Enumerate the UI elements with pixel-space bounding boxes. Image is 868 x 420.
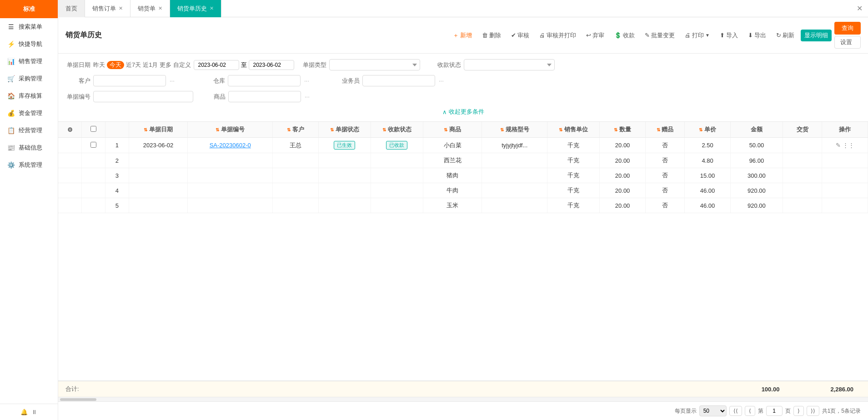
- th-doc-status[interactable]: ⇅ 单据状态: [318, 122, 371, 138]
- batch-change-button[interactable]: ✎ 批量变更: [641, 30, 678, 41]
- docno-input[interactable]: [93, 91, 193, 102]
- salesperson-dots[interactable]: ···: [439, 77, 444, 84]
- th-checkbox[interactable]: [82, 122, 105, 138]
- page-size-select[interactable]: 50 100: [699, 405, 727, 416]
- delete-button[interactable]: 🗑 删除: [478, 30, 505, 41]
- shortcut-1month[interactable]: 近1月: [143, 61, 158, 69]
- tab-close-all[interactable]: ✕: [851, 4, 868, 13]
- td-quantity: 20.00: [600, 168, 646, 183]
- td-checkbox[interactable]: [82, 138, 105, 153]
- page-prev-button[interactable]: ⟨: [745, 406, 755, 416]
- th-settings[interactable]: ⚙: [58, 122, 82, 138]
- collect-button[interactable]: 💲 收款: [611, 30, 638, 41]
- customer-dots[interactable]: ···: [170, 77, 175, 84]
- th-goods[interactable]: ⇅ 商品: [423, 122, 482, 138]
- th-unit-price[interactable]: ⇅ 单价: [685, 122, 731, 138]
- collapse-chevron-icon: ∧: [442, 109, 447, 115]
- th-customer[interactable]: ⇅ 客户: [273, 122, 319, 138]
- audit-print-button[interactable]: 🖨 审核并打印: [536, 30, 580, 41]
- select-all-checkbox[interactable]: [90, 126, 96, 132]
- export-button[interactable]: ⬇ 导出: [744, 30, 770, 41]
- shortcut-more[interactable]: 更多: [160, 61, 171, 69]
- th-doc-date[interactable]: ⇅ 单据日期: [129, 122, 187, 138]
- warehouse-input[interactable]: [228, 75, 301, 86]
- horizontal-scrollbar[interactable]: [58, 397, 868, 401]
- page-next-button[interactable]: ⟩: [793, 406, 804, 416]
- shortcut-custom[interactable]: 自定义: [173, 61, 191, 69]
- tab-sales-goods[interactable]: 销货单 ✕: [130, 0, 170, 17]
- goods-input[interactable]: [228, 91, 301, 102]
- collapse-button[interactable]: ∧ 收起更多条件: [65, 108, 861, 116]
- td-doc-no[interactable]: [188, 183, 273, 198]
- print-icon: 🖨: [685, 32, 691, 39]
- page-number-input[interactable]: [766, 406, 783, 416]
- tab-sales-goods-history-close[interactable]: ✕: [210, 5, 214, 11]
- doc-type-select[interactable]: [329, 59, 420, 70]
- tab-sales-order[interactable]: 销售订单 ✕: [85, 0, 130, 17]
- show-detail-button[interactable]: 显示明细: [801, 30, 832, 41]
- sidebar-item-sales-mgmt[interactable]: 📊 销售管理: [0, 53, 58, 70]
- print-button[interactable]: 🖨 打印 ▼: [681, 30, 713, 41]
- date-from-input[interactable]: [194, 60, 239, 70]
- total-info: 共1页，5条记录: [822, 407, 861, 415]
- customer-input[interactable]: [93, 75, 166, 86]
- sidebar-item-purchase-mgmt[interactable]: 🛒 采购管理: [0, 70, 58, 87]
- sidebar-item-sys-mgmt[interactable]: ⚙️ 系统管理: [0, 156, 58, 174]
- tab-sales-goods-history[interactable]: 销货单历史 ✕: [170, 0, 221, 17]
- shortcut-today[interactable]: 今天: [107, 61, 124, 69]
- abandon-button[interactable]: ↩ 弃审: [582, 30, 608, 41]
- collect-status-select[interactable]: [464, 59, 555, 70]
- shortcut-7days[interactable]: 近7天: [126, 61, 141, 69]
- td-checkbox[interactable]: [82, 183, 105, 198]
- shortcut-yesterday[interactable]: 昨天: [93, 61, 105, 69]
- td-checkbox[interactable]: [82, 168, 105, 183]
- doc-no-link[interactable]: SA-20230602-0: [210, 142, 251, 149]
- td-action: [822, 168, 868, 183]
- page-last-button[interactable]: ⟩⟩: [807, 406, 819, 416]
- td-doc-no[interactable]: SA-20230602-0: [188, 138, 273, 153]
- sidebar-item-finance-mgmt[interactable]: 💰 资金管理: [0, 105, 58, 122]
- sidebar-item-basic-info[interactable]: 📰 基础信息: [0, 139, 58, 156]
- row-checkbox[interactable]: [90, 142, 96, 148]
- th-spec-type[interactable]: ⇅ 规格型号: [482, 122, 547, 138]
- more-action-icon[interactable]: ⋮⋮: [843, 142, 854, 149]
- delete-icon: 🗑: [482, 32, 488, 39]
- table-row: 4 牛肉 千克 20.00 否 46.00 920.00: [58, 183, 868, 198]
- tab-sales-order-close[interactable]: ✕: [119, 5, 123, 11]
- edit-action-icon[interactable]: ✎: [836, 142, 841, 149]
- scrollbar-thumb[interactable]: [60, 398, 96, 401]
- sidebar-item-ops-mgmt[interactable]: 📋 经营管理: [0, 122, 58, 139]
- goods-dots[interactable]: ···: [305, 93, 310, 100]
- query-button[interactable]: 查询: [834, 22, 861, 35]
- th-doc-no[interactable]: ⇅ 单据编号: [188, 122, 273, 138]
- td-doc-no[interactable]: [188, 198, 273, 213]
- sidebar-item-inventory-calc[interactable]: 🏠 库存核算: [0, 87, 58, 105]
- td-amount: 300.00: [730, 168, 783, 183]
- td-checkbox[interactable]: [82, 153, 105, 168]
- refresh-button[interactable]: ↻ 刷新: [773, 30, 798, 41]
- th-gift[interactable]: ⇅ 赠品: [645, 122, 684, 138]
- sidebar-bottom-icon1[interactable]: 🔔: [20, 409, 28, 415]
- td-doc-no[interactable]: [188, 168, 273, 183]
- date-to-input[interactable]: [249, 60, 294, 70]
- sidebar-item-search-menu[interactable]: ☰ 搜索菜单: [0, 18, 58, 35]
- footer-total-amount: 2,286.00: [823, 386, 861, 393]
- salesperson-input[interactable]: [362, 75, 435, 86]
- td-collect-status: [371, 198, 423, 213]
- tab-sales-goods-close[interactable]: ✕: [158, 5, 162, 11]
- th-sales-unit[interactable]: ⇅ 销售单位: [547, 122, 600, 138]
- page-first-button[interactable]: ⟨⟨: [729, 406, 742, 416]
- import-button[interactable]: ⬆ 导入: [716, 30, 742, 41]
- footer-total-quantity: 100.00: [754, 386, 787, 393]
- td-doc-no[interactable]: [188, 153, 273, 168]
- audit-button[interactable]: ✔ 审核: [507, 30, 533, 41]
- th-quantity[interactable]: ⇅ 数量: [600, 122, 646, 138]
- th-collect-status[interactable]: ⇅ 收款状态: [371, 122, 423, 138]
- sidebar-bottom-icon2[interactable]: ⏸: [31, 409, 37, 415]
- new-button[interactable]: ＋ 新增: [449, 30, 476, 41]
- sidebar-item-quick-nav[interactable]: ⚡ 快捷导航: [0, 35, 58, 53]
- tab-home[interactable]: 首页: [58, 0, 85, 17]
- td-checkbox[interactable]: [82, 198, 105, 213]
- settings-button[interactable]: 设置: [834, 36, 861, 49]
- warehouse-dots[interactable]: ···: [304, 77, 309, 84]
